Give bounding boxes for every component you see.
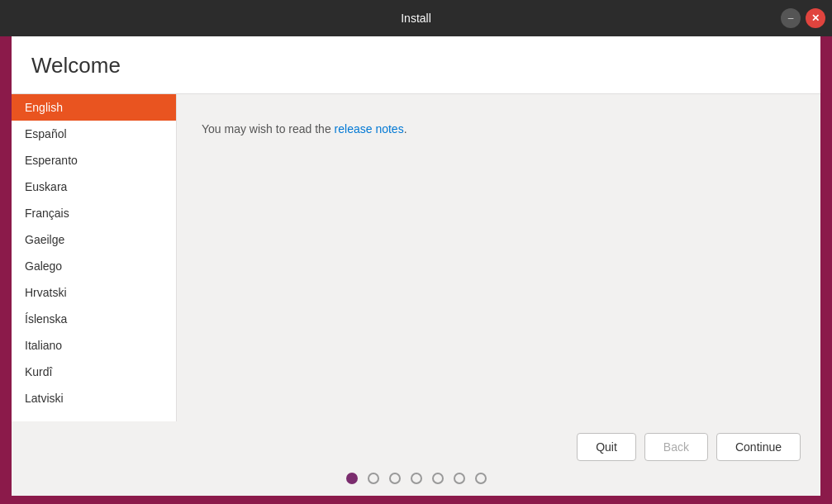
titlebar: Install – ✕ [0, 0, 832, 36]
titlebar-title: Install [401, 12, 431, 25]
footer-buttons: Quit Back Continue [31, 433, 801, 461]
window-header: Welcome [12, 36, 820, 94]
language-item-hrvatski[interactable]: Hrvatski [12, 279, 176, 306]
language-item-galego[interactable]: Galego [12, 253, 176, 279]
right-content: You may wish to read the release notes. [177, 94, 820, 421]
language-item-francais[interactable]: Français [12, 200, 176, 226]
release-notes-prefix: You may wish to read the [202, 122, 335, 136]
close-button[interactable]: ✕ [806, 8, 825, 28]
step-dot-6 [475, 473, 487, 484]
language-item-esperanto[interactable]: Esperanto [12, 147, 176, 174]
window-footer: Quit Back Continue [12, 421, 820, 496]
outer-bg: Welcome EnglishEspañolEsperantoEuskaraFr… [0, 36, 832, 504]
page-title: Welcome [31, 53, 801, 78]
language-item-english[interactable]: English [12, 94, 176, 121]
language-item-espanol[interactable]: Español [12, 121, 176, 147]
step-dot-4 [432, 473, 444, 484]
release-notes-link[interactable]: release notes [335, 122, 404, 136]
step-dot-0 [346, 473, 358, 484]
quit-button[interactable]: Quit [577, 433, 636, 461]
main-window: Welcome EnglishEspañolEsperantoEuskaraFr… [12, 36, 820, 496]
language-item-latviski[interactable]: Latviski [12, 385, 176, 411]
language-item-italiano[interactable]: Italiano [12, 332, 176, 359]
minimize-button[interactable]: – [781, 8, 801, 28]
step-dot-3 [411, 473, 422, 484]
step-dot-2 [389, 473, 401, 484]
language-item-kurdi[interactable]: Kurdî [12, 359, 176, 385]
continue-button[interactable]: Continue [716, 433, 801, 461]
language-list: EnglishEspañolEsperantoEuskaraFrançaisGa… [12, 94, 177, 421]
language-item-islenska[interactable]: Íslenska [12, 306, 176, 332]
release-notes-suffix: . [404, 122, 407, 136]
language-item-euskara[interactable]: Euskara [12, 174, 176, 200]
release-notes-text: You may wish to read the release notes. [202, 122, 796, 136]
language-item-gaeilge[interactable]: Gaeilge [12, 226, 176, 253]
window-body: EnglishEspañolEsperantoEuskaraFrançaisGa… [12, 94, 820, 421]
titlebar-controls: – ✕ [781, 8, 825, 28]
back-button[interactable]: Back [644, 433, 708, 461]
step-dots [346, 473, 487, 484]
step-dot-5 [454, 473, 465, 484]
step-dot-1 [368, 473, 379, 484]
